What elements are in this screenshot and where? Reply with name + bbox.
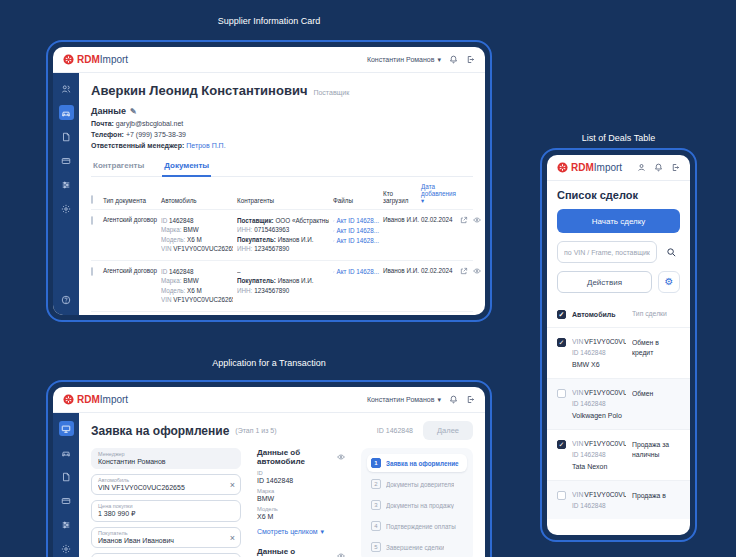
chevron-down-icon: ▾ <box>437 396 441 404</box>
table-row: Агентский договор ID 1462848 Марка: BMW … <box>91 210 473 261</box>
table-header: Тип документа Автомобиль Контрагенты Фай… <box>91 177 473 210</box>
deal-row[interactable]: ✓ VINVF1VY0C0VUC262655 ID 1462848 Tata N… <box>547 429 690 480</box>
logout-icon[interactable] <box>466 55 475 64</box>
view-icon[interactable] <box>473 216 481 224</box>
next-button[interactable]: Далее <box>423 421 473 440</box>
row-checkbox[interactable] <box>91 216 93 225</box>
page-title: Заявка на оформление <box>91 424 229 438</box>
counterparties-cell: Поставщик: ООО «Абстрактный» ИНН: 071546… <box>237 216 333 254</box>
step-sale-docs[interactable]: 3 Документы на продажу <box>367 496 467 514</box>
stage-indicator: (Этап 1 из 5) <box>235 427 276 434</box>
form-fields: Менеджер Константин Романов Автомобиль V… <box>91 448 241 557</box>
bell-icon[interactable] <box>449 395 458 404</box>
sidebar-item-filters[interactable] <box>59 517 74 532</box>
col-doc-type[interactable]: Тип документа <box>103 197 161 204</box>
col-car: Автомобиль <box>572 311 626 318</box>
search-input[interactable] <box>557 241 657 263</box>
rdm-logo[interactable]: RDMImport <box>63 394 128 405</box>
sidebar-item-settings[interactable] <box>59 201 74 216</box>
deal-type: Обмен <box>632 389 680 419</box>
paperclip-icon <box>333 218 335 224</box>
help-icon[interactable] <box>59 292 74 307</box>
export-icon[interactable] <box>460 216 468 224</box>
deal-checkbox[interactable] <box>557 389 566 398</box>
deal-checkbox[interactable]: ✓ <box>557 440 566 449</box>
sidebar-item-payments[interactable] <box>59 493 74 508</box>
edit-icon[interactable]: ✎ <box>130 107 137 116</box>
sidebar-item-payments[interactable] <box>59 153 74 168</box>
sidebar <box>53 413 79 557</box>
sidebar-item-clients[interactable] <box>59 81 74 96</box>
step-deal-completion[interactable]: 5 Завершение сделки <box>367 538 467 556</box>
bell-icon[interactable] <box>654 163 663 172</box>
sidebar-item-deals[interactable] <box>59 445 74 460</box>
col-uploader[interactable]: Кто загрузил <box>383 190 421 204</box>
col-car[interactable]: Автомобиль <box>161 197 237 204</box>
file-link[interactable]: Акт ID 14628... <box>333 236 379 246</box>
paperclip-icon <box>333 269 335 275</box>
paperclip-icon <box>333 228 335 234</box>
rdm-logo[interactable]: RDMImport <box>63 54 128 65</box>
file-link[interactable]: Акт ID 14628... <box>333 216 379 226</box>
app-header: RDMImport <box>547 155 690 181</box>
view-full-link[interactable]: Смотреть целиком ▾ <box>257 528 324 536</box>
car-field[interactable]: Автомобиль VIN VF1VY0C0VUC262655 × <box>91 474 241 495</box>
files-cell: Акт ID 14628... Акт ID 14628... Акт ID 1… <box>333 216 383 246</box>
row-checkbox[interactable] <box>91 267 93 276</box>
car-brand: МаркаBMW <box>257 488 345 502</box>
deal-row[interactable]: VINVF1VY0C0VUC262655 ID 1462848 Volkwage… <box>547 378 690 429</box>
col-counterparties[interactable]: Контрагенты <box>237 197 333 204</box>
step-application[interactable]: 1 Заявка на оформление <box>367 454 467 472</box>
select-all-checkbox[interactable]: ✓ <box>557 310 566 319</box>
buyer-counterparty-field[interactable]: Контрагент покупателя ИП «Абстрактный» × <box>91 553 241 557</box>
deal-id: ID 1462848 <box>377 427 413 434</box>
sidebar-item-filters[interactable] <box>59 177 74 192</box>
select-all-checkbox[interactable] <box>91 195 93 204</box>
deal-checkbox[interactable]: ✓ <box>557 338 566 347</box>
actions-button[interactable]: Действия <box>557 271 652 293</box>
clear-icon[interactable]: × <box>230 533 235 542</box>
eye-icon[interactable] <box>337 453 345 461</box>
car-cell: ID 1462848 Марка: BMW Модель: X6 M VIN V… <box>161 267 237 305</box>
user-menu[interactable]: Константин Романов ▾ <box>367 396 441 404</box>
col-files[interactable]: Файлы <box>333 197 383 204</box>
deal-row[interactable]: VINVF1VY0C0VUC262655 ID 1462848 Продажа … <box>547 480 690 519</box>
manager-link[interactable]: Петров П.П. <box>186 142 225 149</box>
user-name: Константин Романов <box>367 56 435 63</box>
export-icon[interactable] <box>460 267 468 275</box>
tab-documents[interactable]: Документы <box>162 158 211 177</box>
search-icon[interactable] <box>662 243 680 261</box>
deal-row[interactable]: ✓ VINVF1VY0C0VUC262655 ID 1462848 BMW X6… <box>547 327 690 378</box>
step-principal-docs[interactable]: 2 Документы доверителя <box>367 475 467 493</box>
step-payment-confirmation[interactable]: 4 Подтверждение оплаты <box>367 517 467 535</box>
brand-rdm: RDM <box>77 54 100 65</box>
view-icon[interactable] <box>473 267 481 275</box>
gear-icon[interactable]: ⚙ <box>658 271 680 293</box>
col-date-sort[interactable]: Дата добавления ▾ <box>421 183 457 204</box>
file-link[interactable]: Акт ID 14628... <box>333 226 379 236</box>
uploader-cell: Иванов И.И. <box>383 216 421 223</box>
deals-list-header: ✓ Автомобиль Тип сделки <box>547 301 690 327</box>
sidebar-item-suppliers[interactable] <box>59 105 74 120</box>
logout-icon[interactable] <box>466 395 475 404</box>
buyer-field[interactable]: Покупатель Иванов Иван Иванович × <box>91 527 241 548</box>
sidebar-item-settings[interactable] <box>59 541 74 556</box>
bell-icon[interactable] <box>449 55 458 64</box>
deal-checkbox[interactable] <box>557 491 566 500</box>
eye-icon[interactable] <box>337 552 345 557</box>
user-menu[interactable]: Константин Романов ▾ <box>367 56 441 64</box>
sidebar-item-documents[interactable] <box>59 129 74 144</box>
user-icon[interactable] <box>637 163 646 172</box>
sidebar-item-documents[interactable] <box>59 469 74 484</box>
brand-icon <box>63 394 74 405</box>
clear-icon[interactable]: × <box>230 480 235 489</box>
rdm-logo[interactable]: RDMImport <box>557 162 622 173</box>
start-deal-button[interactable]: Начать сделку <box>557 209 680 233</box>
date-cell: 02.02.2024 <box>421 267 457 274</box>
logout-icon[interactable] <box>671 163 680 172</box>
tab-counterparties[interactable]: Контрагенты <box>91 158 146 176</box>
supplier-card: RDMImport Константин Романов ▾ <box>46 40 492 322</box>
file-link[interactable]: Акт ID 14628... <box>333 267 379 277</box>
sidebar-item-dashboard[interactable] <box>59 421 74 436</box>
purchase-price-field[interactable]: Цена покупки 1 380 990 ₽ <box>91 500 241 522</box>
